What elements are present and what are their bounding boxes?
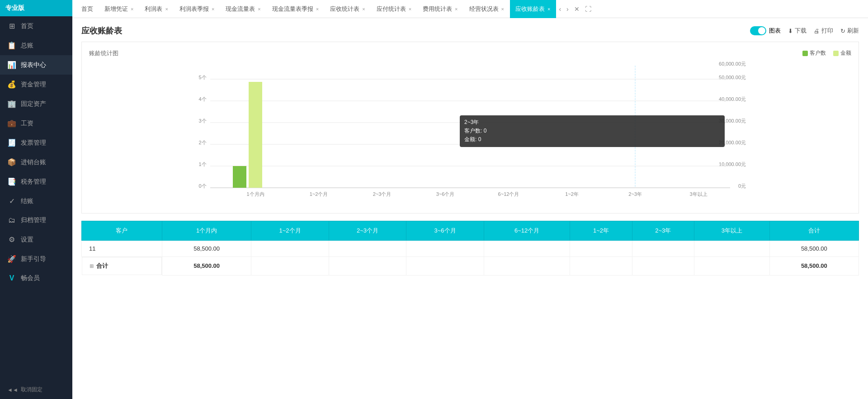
col-customer: 客户 [82, 221, 162, 241]
sidebar-item-reports[interactable]: 📊 报表中心 [0, 55, 72, 75]
sidebar-item-ledger[interactable]: 📋 总账 [0, 36, 72, 55]
sidebar-item-inventory[interactable]: 📦 进销台账 [0, 152, 72, 172]
chart-title: 账龄统计图 [89, 49, 851, 57]
refresh-button[interactable]: ↻ 刷新 [840, 27, 859, 35]
settings-icon: ⚙ [7, 235, 16, 244]
tab-cashflow[interactable]: 现金流量表 × [220, 0, 266, 18]
tab-close-icon[interactable]: × [131, 6, 133, 12]
download-label: 下载 [795, 27, 807, 35]
tab-close-icon[interactable]: × [409, 6, 411, 12]
ar-aging-table: 客户 1个月内 1~2个月 2~3个月 3~6个月 6~12个月 1~2年 2~… [81, 221, 859, 276]
table-row: 11 58,500.00 58,500.00 [82, 241, 859, 257]
toggle-thumb [758, 27, 765, 34]
assets-icon: 🏢 [7, 100, 16, 108]
tab-close-icon[interactable]: × [258, 6, 260, 12]
tab-label: 现金流量表季报 [272, 5, 313, 13]
chart-toggle[interactable]: 图表 [750, 26, 781, 35]
sidebar-item-label: 工资 [21, 119, 33, 128]
sidebar-item-salary[interactable]: 💼 工资 [0, 114, 72, 133]
toggle-track[interactable] [750, 26, 766, 35]
sidebar-item-invoice[interactable]: 🧾 发票管理 [0, 133, 72, 152]
download-icon: ⬇ [788, 28, 793, 34]
svg-text:2个: 2个 [198, 140, 206, 145]
tab-home[interactable]: 首页 [76, 0, 99, 18]
legend-amount-label: 金额 [840, 49, 851, 57]
sidebar-item-guide[interactable]: 🚀 新手引导 [0, 249, 72, 269]
tab-cashflow-quarter[interactable]: 现金流量表季报 × [267, 0, 325, 18]
sidebar-item-funds[interactable]: 💰 资金管理 [0, 75, 72, 94]
sidebar-item-vip[interactable]: V 畅会员 [0, 269, 72, 288]
tab-operation-stat[interactable]: 经营状况表 × [464, 0, 510, 18]
col-1-2y: 1~2年 [570, 221, 632, 241]
sidebar-item-label: 结账 [21, 197, 33, 205]
vip-icon: V [7, 274, 16, 282]
svg-text:3~6个月: 3~6个月 [436, 191, 455, 197]
tab-expense-stat[interactable]: 费用统计表 × [417, 0, 463, 18]
sidebar-logo: 专业版 [0, 0, 72, 16]
sidebar-item-archive[interactable]: 🗂 归档管理 [0, 211, 72, 230]
legend-amount: 金额 [833, 49, 851, 57]
tab-close-icon[interactable]: × [165, 6, 168, 12]
tab-home-label: 首页 [81, 5, 93, 13]
total-over-3y [694, 257, 769, 276]
sidebar-item-assets[interactable]: 🏢 固定资产 [0, 94, 72, 114]
cell-2-3y [632, 241, 694, 257]
total-3-6m [406, 257, 484, 276]
tab-bar: 首页 新增凭证 × 利润表 × 利润表季报 × 现金流量表 × 现金流量表季报 … [72, 0, 868, 18]
svg-text:0个: 0个 [198, 183, 206, 189]
total-total: 58,500.00 [769, 257, 859, 276]
tab-close-icon[interactable]: × [501, 6, 504, 12]
sidebar-item-label: 税务管理 [21, 178, 46, 186]
total-text: 合计 [96, 262, 108, 270]
page-content: 应收账龄表 图表 ⬇ 下载 🖨 打印 ↻ 刷新 [72, 18, 868, 399]
sidebar-item-settings[interactable]: ⚙ 设置 [0, 230, 72, 249]
tab-ap-stat[interactable]: 应付统计表 × [371, 0, 417, 18]
sidebar-item-closing[interactable]: ✓ 结账 [0, 191, 72, 211]
sidebar-item-label: 报表中心 [21, 61, 46, 69]
cell-3-6m [406, 241, 484, 257]
svg-text:1个: 1个 [198, 162, 206, 167]
col-2-3y: 2~3年 [632, 221, 694, 241]
tab-next-button[interactable]: › [564, 4, 571, 14]
tab-label: 应收统计表 [330, 5, 359, 13]
print-button[interactable]: 🖨 打印 [814, 27, 833, 35]
tax-icon: 📑 [7, 177, 16, 186]
legend-green-dot [802, 51, 808, 56]
svg-text:2~3个月: 2~3个月 [373, 191, 392, 197]
legend-light-dot [833, 51, 839, 56]
download-button[interactable]: ⬇ 下载 [788, 27, 807, 35]
tab-new-voucher[interactable]: 新增凭证 × [99, 0, 139, 18]
tab-ar-aging[interactable]: 应收账龄表 × [510, 0, 556, 18]
tab-close-icon[interactable]: × [316, 6, 319, 12]
tab-close-icon[interactable]: × [547, 6, 550, 12]
tab-label: 利润表季报 [179, 5, 209, 13]
tab-close-icon[interactable]: × [212, 6, 214, 12]
sidebar-pin-toggle[interactable]: ◄◄ 取消固定 [0, 380, 72, 399]
page-title: 应收账龄表 [81, 25, 122, 36]
tab-close-icon[interactable]: × [362, 6, 365, 12]
tab-ar-stat[interactable]: 应收统计表 × [325, 0, 371, 18]
bar-1m-amount [249, 82, 262, 188]
svg-text:0元: 0元 [738, 183, 746, 189]
tab-label: 现金流量表 [226, 5, 255, 13]
tab-prev-button[interactable]: ‹ [556, 4, 564, 14]
tab-close-all-button[interactable]: ✕ [571, 4, 582, 14]
header-actions: 图表 ⬇ 下载 🖨 打印 ↻ 刷新 [750, 26, 859, 35]
invoice-icon: 🧾 [7, 138, 16, 147]
tab-fullscreen-button[interactable]: ⛶ [582, 4, 594, 14]
sidebar-item-label: 畅会员 [21, 274, 40, 282]
sidebar-item-home[interactable]: ⊞ 首页 [0, 16, 72, 36]
tab-close-icon[interactable]: × [455, 6, 458, 12]
cell-1m: 58,500.00 [162, 241, 251, 257]
cell-over-3y [694, 241, 769, 257]
total-1-2m [251, 257, 329, 276]
sidebar-item-tax[interactable]: 📑 税务管理 [0, 172, 72, 191]
tab-label: 应付统计表 [377, 5, 406, 13]
tab-label: 经营状况表 [469, 5, 499, 13]
tab-profit-quarter[interactable]: 利润表季报 × [174, 0, 220, 18]
col-over-3y: 3年以上 [694, 221, 769, 241]
bar-1m-customers [233, 166, 246, 188]
svg-text:6~12个月: 6~12个月 [498, 191, 519, 197]
archive-icon: 🗂 [7, 216, 16, 224]
tab-profit[interactable]: 利润表 × [139, 0, 174, 18]
